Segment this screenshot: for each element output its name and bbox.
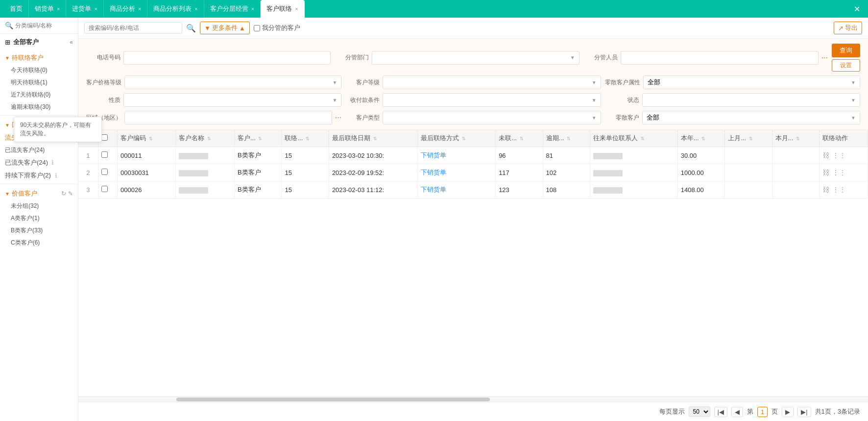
action-link-icon-3[interactable]: ⛓ xyxy=(822,186,829,194)
zero-retail-arrow: ▼ xyxy=(851,115,856,121)
sidebar-item-ungrouped[interactable]: 未分组(32) xyxy=(0,200,78,212)
scrollbar-thumb[interactable] xyxy=(176,397,490,401)
last-method-link-1[interactable]: 下销货单 xyxy=(421,151,446,159)
sidebar-search-input[interactable] xyxy=(15,22,78,29)
customer-type-select[interactable]: ▼ xyxy=(383,111,601,124)
tab-close-purchase-order[interactable]: × xyxy=(94,6,97,12)
tab-close-sales-order[interactable]: × xyxy=(57,6,60,12)
my-customers-checkbox[interactable] xyxy=(254,25,260,31)
status-select[interactable]: ▼ xyxy=(642,93,860,107)
last-page-btn[interactable]: ▶| xyxy=(797,407,811,417)
th-last-contact-method[interactable]: 最后联络方式 ⇅ xyxy=(418,130,496,147)
tab-close-product-analysis-list[interactable]: × xyxy=(194,6,197,12)
sidebar-item-overdue[interactable]: 逾期未联络(30) xyxy=(0,101,78,113)
row-last-method-3[interactable]: 下销货单 xyxy=(418,181,496,198)
th-current-year[interactable]: 本年... ⇅ xyxy=(677,130,724,147)
per-page-select[interactable]: 50 xyxy=(689,406,710,417)
row-last-month-3 xyxy=(725,181,772,198)
sidebar-item-c-class[interactable]: C类客户(6) xyxy=(0,237,78,249)
action-icons-2: ⛓ ⋮⋮ xyxy=(822,169,865,176)
tab-close-customer-layering[interactable]: × xyxy=(251,6,254,12)
th-current-month[interactable]: 本月... ⇅ xyxy=(772,130,819,147)
row-last-date-3: 2023-02-03 11:12: xyxy=(329,181,417,198)
row-last-method-2[interactable]: 下销货单 xyxy=(418,164,496,181)
last-method-link-2[interactable]: 下销货单 xyxy=(421,169,446,176)
sidebar-section-header-pending[interactable]: ▼ 待联络客户 xyxy=(0,50,78,64)
tab-close-product-analysis[interactable]: × xyxy=(138,6,141,12)
sidebar-item-lost-customers[interactable]: 已流失客户(24) xyxy=(0,144,78,156)
row-select-2[interactable] xyxy=(101,169,108,175)
sidebar-item-7days[interactable]: 近7天待联络(0) xyxy=(0,89,78,101)
tab-close-customer-contact[interactable]: × xyxy=(295,6,298,12)
price-level-select[interactable]: ▼ xyxy=(124,75,341,89)
dept-select[interactable]: ▼ xyxy=(372,51,579,65)
close-window-btn[interactable]: ✕ xyxy=(850,4,864,14)
select-all-checkbox[interactable] xyxy=(101,134,108,141)
row-checkbox-3[interactable] xyxy=(98,181,118,198)
phone-input[interactable] xyxy=(123,51,331,65)
query-button[interactable]: 查询 xyxy=(832,44,860,57)
zero-retail-attr-select[interactable]: 全部 ▼ xyxy=(643,75,860,89)
sidebar-item-b-class[interactable]: B类客户(33) xyxy=(0,224,78,237)
th-overdue[interactable]: 逾期... ⇅ xyxy=(543,130,590,147)
sidebar-item-declining[interactable]: 持续下滑客户(2) ℹ xyxy=(0,169,78,182)
th-last-contact-date[interactable]: 最后联络日期 ⇅ xyxy=(329,130,417,147)
last-method-link-3[interactable]: 下销货单 xyxy=(421,186,446,193)
action-link-icon-1[interactable]: ⛓ xyxy=(822,151,829,159)
th-type[interactable]: 客户... ⇅ xyxy=(234,130,281,147)
th-code[interactable]: 客户编码 ⇅ xyxy=(118,130,176,147)
person-input[interactable] xyxy=(621,51,819,65)
filter-search-button[interactable]: 🔍 xyxy=(186,24,196,33)
row-last-method-1[interactable]: 下销货单 xyxy=(418,147,496,164)
filter-more-conditions-button[interactable]: ▼ 更多条件 ▲ xyxy=(200,22,250,34)
tab-sales-order[interactable]: 销货单 × xyxy=(29,0,66,18)
tab-customer-layering[interactable]: 客户分层经营 × xyxy=(204,0,261,18)
th-contact-person[interactable]: 往来单位联系人 ⇅ xyxy=(590,130,678,147)
zero-retail-select[interactable]: 全部 ▼ xyxy=(642,111,860,124)
prev-page-btn[interactable]: ◀ xyxy=(731,407,743,417)
action-menu-icon-3[interactable]: ⋮⋮ xyxy=(832,186,846,194)
action-menu-icon-1[interactable]: ⋮⋮ xyxy=(832,151,846,159)
settings-button[interactable]: 设置 xyxy=(832,59,860,72)
sidebar-all-customers[interactable]: ⊞ 全部客户 « xyxy=(0,34,78,50)
action-icons-1: ⛓ ⋮⋮ xyxy=(822,151,865,159)
row-checkbox-1[interactable] xyxy=(98,147,118,164)
edit-icon[interactable]: ✎ xyxy=(68,190,73,197)
row-checkbox-2[interactable] xyxy=(98,164,118,181)
my-customers-checkbox-label[interactable]: 我分管的客户 xyxy=(254,24,300,32)
th-no-contact[interactable]: 未联... ⇅ xyxy=(496,130,543,147)
person-more-btn[interactable]: ··· xyxy=(821,53,828,62)
th-name[interactable]: 客户名称 ⇅ xyxy=(176,130,234,147)
tab-home[interactable]: 首页 xyxy=(4,0,29,18)
region-input[interactable] xyxy=(124,111,332,124)
sidebar-item-lost-display[interactable]: 已流失客户(24) ℹ xyxy=(0,156,78,169)
sidebar-item-tomorrow[interactable]: 明天待联络(1) xyxy=(0,76,78,89)
first-page-btn[interactable]: |◀ xyxy=(714,407,727,417)
th-contact[interactable]: 联络... ⇅ xyxy=(282,130,329,147)
sidebar-item-today[interactable]: 今天待联络(0) xyxy=(0,64,78,76)
action-menu-icon-2[interactable]: ⋮⋮ xyxy=(832,169,846,176)
nature-select[interactable]: ▼ xyxy=(123,93,341,107)
next-page-btn[interactable]: ▶ xyxy=(782,407,794,417)
sidebar-collapse-btn[interactable]: « xyxy=(70,39,73,46)
customer-level-label: 客户等级 xyxy=(345,78,380,87)
row-contact-2: 15 xyxy=(282,164,329,181)
tab-product-analysis-list[interactable]: 商品分析列表 × xyxy=(147,0,204,18)
region-more-btn[interactable]: ··· xyxy=(335,113,341,122)
row-select-1[interactable] xyxy=(101,151,108,158)
customer-level-select[interactable]: ▼ xyxy=(383,75,601,89)
row-contact-person-1 xyxy=(590,147,678,164)
row-select-3[interactable] xyxy=(101,186,108,192)
filter-search-input[interactable] xyxy=(84,22,182,34)
tab-customer-contact[interactable]: 客户联络 × xyxy=(261,0,304,18)
refresh-icon[interactable]: ↻ xyxy=(61,190,66,197)
th-last-month[interactable]: 上月... ⇅ xyxy=(725,130,772,147)
export-button[interactable]: ↗ 导出 xyxy=(834,22,862,34)
sidebar-item-a-class[interactable]: A类客户(1) xyxy=(0,212,78,224)
tab-product-analysis[interactable]: 商品分析 × xyxy=(104,0,147,18)
sidebar-section-header-value[interactable]: ▼ 价值客户 ↻ ✎ xyxy=(0,186,78,200)
tab-purchase-order[interactable]: 进货单 × xyxy=(66,0,103,18)
action-link-icon-2[interactable]: ⛓ xyxy=(822,169,829,176)
payment-select[interactable]: ▼ xyxy=(383,93,601,107)
horizontal-scrollbar[interactable] xyxy=(78,396,868,402)
